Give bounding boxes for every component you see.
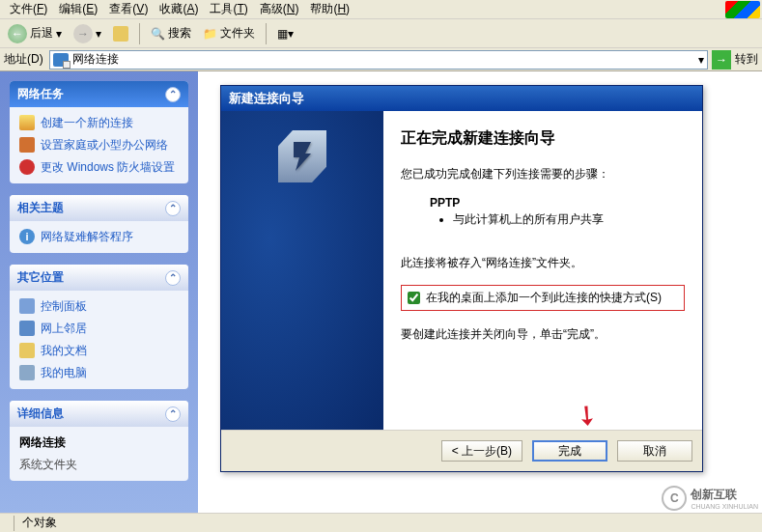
back-button[interactable]: < 上一步(B) [441,440,522,462]
folder-icon: 📁 [203,27,217,41]
collapse-icon: ⌃ [165,270,181,286]
connection-summary: PPTP 与此计算机上的所有用户共享 [430,196,685,228]
status-bar: 个对象 [0,513,762,532]
windows-logo-icon [725,1,760,18]
folders-button[interactable]: 📁文件夹 [199,23,259,43]
details-type: 系统文件夹 [19,457,179,473]
folder-up-icon [113,26,128,42]
panel-body: 控制面板网上邻居我的文档我的电脑 [10,291,188,389]
sidebar-link-label: 更改 Windows 防火墙设置 [41,159,175,176]
address-input[interactable]: 网络连接 ▾ [49,50,708,70]
dialog-finish-hint: 要创建此连接并关闭向导，单击“完成”。 [401,326,685,343]
panel-other-places: 其它位置⌃ 控制面板网上邻居我的文档我的电脑 [10,265,188,389]
dialog-banner [221,111,383,430]
sidebar-link[interactable]: 网上邻居 [19,321,179,337]
panel-header[interactable]: 详细信息⌃ [10,401,188,427]
menu-help[interactable]: 帮助(H) [304,0,355,19]
menu-file[interactable]: 文件(F) [4,0,53,19]
menu-view[interactable]: 查看(V) [103,0,154,19]
separator [266,23,267,44]
connection-name: PPTP [430,196,685,210]
pc-icon [19,365,35,380]
menu-edit[interactable]: 编辑(E) [53,0,103,19]
fw-icon [19,159,35,175]
desktop-shortcut-checkbox[interactable] [408,292,420,304]
menu-favorites[interactable]: 收藏(A) [154,0,204,19]
menu-advanced[interactable]: 高级(N) [254,0,305,19]
go-label: 转到 [735,51,758,68]
home-icon [19,137,35,153]
up-button[interactable] [109,24,132,43]
wiz-icon [19,115,35,130]
sidebar-link-label: 设置家庭或小型办公网络 [41,137,168,154]
address-bar: 地址(D) 网络连接 ▾ → 转到 [0,48,762,71]
sidebar-link-label: 我的电脑 [41,365,87,381]
panel-header[interactable]: 其它位置⌃ [10,265,188,291]
doc-icon [19,343,35,358]
forward-icon: → [73,24,93,43]
connection-share-option: 与此计算机上的所有用户共享 [453,211,685,228]
dialog-footer: < 上一步(B) 完成 取消 [221,430,702,471]
sidebar-link-label: 创建一个新的连接 [41,115,133,131]
collapse-icon: ⌃ [165,87,181,102]
dialog-title: 新建连接向导 [221,86,702,111]
sidebar-link[interactable]: 控制面板 [19,298,179,315]
menu-bar: 文件(F) 编辑(E) 查看(V) 收藏(A) 工具(T) 高级(N) 帮助(H… [0,0,762,19]
go-button[interactable]: → [712,50,731,70]
dialog-heading: 正在完成新建连接向导 [401,128,685,149]
desktop-shortcut-row[interactable]: 在我的桌面上添加一个到此连接的快捷方式(S) [401,285,685,311]
sidebar-link-label: 我的文档 [41,343,87,359]
new-connection-wizard-dialog: 新建连接向导 正在完成新建连接向导 您已成功完成创建下列连接需要的步骤： PPT… [220,85,703,472]
watermark-sub: CHUANG XINHULIAN [691,503,758,510]
network-icon [53,53,69,67]
desktop-shortcut-label: 在我的桌面上添加一个到此连接的快捷方式(S) [426,290,662,306]
help-icon: i [19,229,35,244]
sidebar-link[interactable]: 更改 Windows 防火墙设置 [19,159,179,176]
dropdown-icon[interactable]: ▾ [698,53,704,67]
cancel-button[interactable]: 取消 [617,440,692,462]
cp-icon [19,298,35,314]
sidebar: 网络任务⌃ 创建一个新的连接设置家庭或小型办公网络更改 Windows 防火墙设… [0,71,198,513]
panel-header[interactable]: 相关主题⌃ [10,195,188,221]
details-name: 网络连接 [19,434,179,451]
address-label: 地址(D) [4,51,45,68]
status-count: 个对象 [22,515,57,531]
views-icon: ▦▾ [277,27,294,41]
search-icon: 🔍 [151,27,165,41]
sidebar-link[interactable]: 设置家庭或小型办公网络 [19,137,179,154]
finish-button[interactable]: 完成 [532,440,607,462]
watermark: C 创新互联 CHUANG XINHULIAN [662,486,758,511]
back-icon: ← [8,24,27,43]
forward-button[interactable]: →▾ [70,22,105,45]
menu-tools[interactable]: 工具(T) [204,0,253,19]
collapse-icon: ⌃ [165,406,181,422]
collapse-icon: ⌃ [165,201,181,216]
address-value: 网络连接 [72,51,119,68]
panel-related: 相关主题⌃ i网络疑难解答程序 [10,195,188,253]
sidebar-link-label: 控制面板 [41,298,87,315]
watermark-text: 创新互联 [691,487,758,503]
sidebar-link[interactable]: i网络疑难解答程序 [19,229,179,245]
search-button[interactable]: 🔍搜索 [147,23,195,43]
views-button[interactable]: ▦▾ [273,25,297,42]
sidebar-link[interactable]: 创建一个新的连接 [19,115,179,131]
dialog-intro: 您已成功完成创建下列连接需要的步骤： [401,166,685,182]
back-button[interactable]: ←后退 ▾ [4,22,66,45]
net-icon [19,321,35,336]
sidebar-link[interactable]: 我的文档 [19,343,179,359]
sidebar-link[interactable]: 我的电脑 [19,365,179,381]
panel-header[interactable]: 网络任务⌃ [10,81,188,107]
sidebar-link-label: 网络疑难解答程序 [41,229,133,245]
watermark-logo-icon: C [662,486,687,511]
panel-network-tasks: 网络任务⌃ 创建一个新的连接设置家庭或小型办公网络更改 Windows 防火墙设… [10,81,188,183]
panel-body: 创建一个新的连接设置家庭或小型办公网络更改 Windows 防火墙设置 [10,107,188,183]
toolbar: ←后退 ▾ →▾ 🔍搜索 📁文件夹 ▦▾ [0,19,762,48]
sidebar-link-label: 网上邻居 [41,321,87,337]
separator [139,23,140,44]
panel-details: 详细信息⌃ 网络连接 系统文件夹 [10,401,188,481]
connection-icon [278,130,326,182]
panel-body: i网络疑难解答程序 [10,221,188,253]
dialog-saved-note: 此连接将被存入“网络连接”文件夹。 [401,255,685,271]
